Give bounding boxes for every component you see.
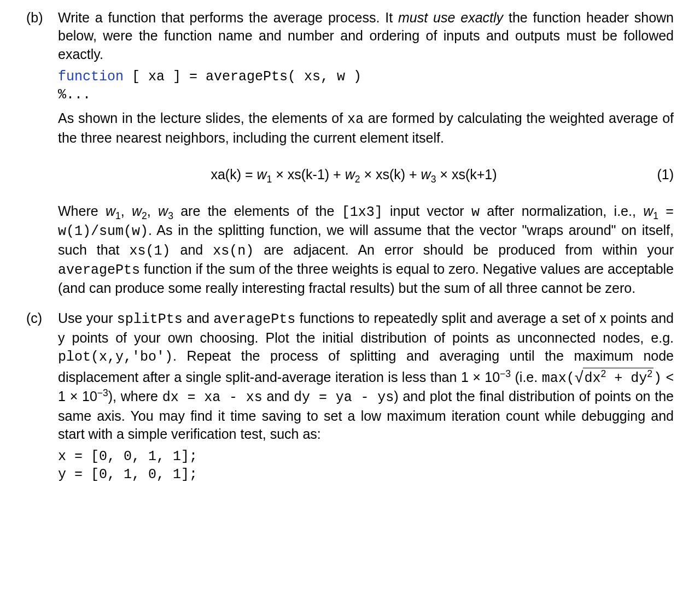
code-dx: dx — [584, 370, 600, 386]
code-dy: + dy — [606, 370, 647, 386]
code-dy-eq: dy = ya - ys — [294, 390, 394, 405]
item-b-marker: (b) — [26, 9, 58, 27]
text: after normalization, i.e., — [480, 203, 643, 219]
code-averagePts: averagePts — [58, 262, 140, 278]
item-c-content: Use your splitPts and averagePts functio… — [58, 309, 674, 489]
text: Where — [58, 203, 106, 219]
sub-1b: 1 — [653, 210, 658, 221]
text: (i.e. — [511, 369, 542, 385]
var-w: w — [106, 203, 115, 219]
equation-1: xa(k) = w1 × xs(k-1) + w2 × xs(k) + w3 ×… — [58, 166, 674, 184]
text: Write a function that performs the avera… — [58, 10, 398, 25]
code-w: w — [471, 204, 480, 220]
text-emph: must use exactly — [398, 10, 503, 25]
sub-3: 3 — [168, 210, 173, 221]
code-norm: w(1)/sum(w) — [58, 223, 148, 239]
code-1x3: [1x3] — [342, 204, 383, 220]
b-para-1: Write a function that performs the avera… — [58, 9, 674, 63]
text: function if the sum of the three weights… — [58, 261, 674, 296]
b-para-3: Where w1, w2, w3 are the elements of the… — [58, 202, 674, 297]
equation-number: (1) — [650, 166, 674, 184]
text: are adjacent. An error should be produce… — [254, 242, 674, 257]
code-comment: %... — [58, 87, 91, 103]
code-line-y: y = [0, 1, 0, 1]; — [58, 466, 674, 484]
sup-2b: 2 — [647, 368, 652, 379]
code-xs1: xs(1) — [130, 243, 171, 259]
item-c-marker: (c) — [26, 309, 58, 327]
sqrt-icon: √dx2 + dy2 — [575, 366, 654, 387]
code-plot: plot(x,y,'bo') — [58, 349, 173, 365]
code-line-x: x = [0, 0, 1, 1]; — [58, 448, 674, 466]
item-c: (c) Use your splitPts and averagePts fun… — [26, 309, 674, 489]
sub-1: 1 — [115, 210, 121, 221]
text: and — [171, 242, 213, 257]
text: and — [262, 389, 294, 404]
text: input vector — [383, 203, 471, 219]
text: and — [183, 310, 213, 326]
c-para-1: Use your splitPts and averagePts functio… — [58, 309, 674, 443]
code-xa: xa — [347, 111, 364, 127]
code-dx-eq: dx = xa - xs — [162, 390, 262, 405]
text: As shown in the lecture slides, the elem… — [58, 110, 347, 126]
text: = — [658, 203, 674, 219]
code-text: [ xa ] = averagePts( xs, w ) — [124, 69, 361, 85]
c-code-block: x = [0, 0, 1, 1]; y = [0, 1, 0, 1]; — [58, 448, 674, 484]
text: ), where — [108, 389, 162, 404]
var-w: w — [158, 203, 168, 219]
text: , — [147, 203, 158, 219]
var-w: w — [132, 203, 142, 219]
text: , — [121, 203, 132, 219]
item-b-content: Write a function that performs the avera… — [58, 9, 674, 302]
var-w: w — [643, 203, 653, 219]
equation-body: xa(k) = w1 × xs(k-1) + w2 × xs(k) + w3 ×… — [58, 166, 650, 184]
sup-neg3b: −3 — [97, 387, 108, 398]
document-page: (b) Write a function that performs the a… — [0, 0, 700, 612]
code-close: ) — [654, 370, 662, 386]
text: Use your — [58, 310, 117, 326]
code-averagePts: averagePts — [213, 311, 295, 327]
b-code-header: function [ xa ] = averagePts( xs, w ) %.… — [58, 68, 674, 104]
sup-neg3a: −3 — [500, 368, 511, 379]
code-splitPts: splitPts — [117, 311, 183, 327]
sup-2a: 2 — [600, 368, 606, 379]
item-b: (b) Write a function that performs the a… — [26, 9, 674, 302]
keyword-function: function — [58, 69, 124, 85]
b-para-2: As shown in the lecture slides, the elem… — [58, 109, 674, 147]
code-max: max( — [542, 370, 575, 386]
sub-2: 2 — [142, 210, 147, 221]
text: are the elements of the — [173, 203, 342, 219]
code-xsn: xs(n) — [213, 243, 254, 259]
